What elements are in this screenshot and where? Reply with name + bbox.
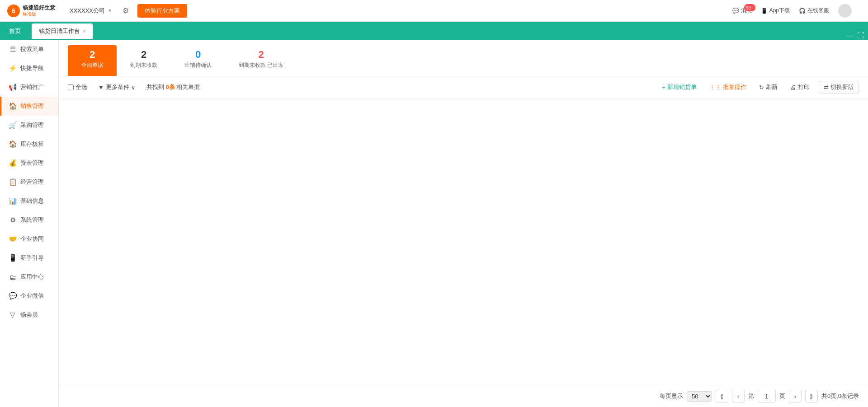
message-icon: 💬 [732,8,739,14]
logo-title: 畅捷通好生意 [23,5,55,11]
content-area: 2 全部单据 2 到期未收款 0 旺辅待确认 2 到期未收款 已出库 全选 [59,40,868,407]
operations-icon: 📋 [9,178,17,186]
tab-bar: 首页 钱货日清工作台 × — ⛶ [0,22,868,40]
batch-label: 批量操作 [723,83,746,91]
marketing-icon: 📢 [9,83,17,91]
online-service-btn[interactable]: 🎧 在线客服 [799,7,829,14]
sidebar-item-finance[interactable]: 💰 资金管理 [0,154,58,173]
first-page-btn[interactable]: ⟪ [716,390,728,402]
message-badge: 99+ [744,4,755,11]
tab-maximize-icon[interactable]: ⛶ [857,32,864,40]
sidebar-item-label-purchase-mgmt: 采购管理 [20,121,44,129]
base-info-icon: 📊 [9,197,17,205]
chevron-down-icon: ▼ [108,8,112,13]
sidebar-item-label-app-center: 应用中心 [20,273,44,281]
logo-area: 6 畅捷通好生意 标准版 [7,5,66,17]
finance-icon: 💰 [9,159,17,167]
sidebar-item-label-search-menu: 搜索菜单 [20,45,44,53]
sidebar-item-app-center[interactable]: 🗂 应用中心 [0,267,58,286]
prev-page-btn[interactable]: ‹ [732,390,745,402]
filter-btn[interactable]: ▼ 更多条件 ∨ [94,81,139,93]
stat-overdue-unshipped-label: 到期未收款 已出库 [239,61,283,69]
sidebar-item-inventory[interactable]: 🏠 库存核算 [0,135,58,154]
filter-label: 更多条件 [106,83,129,91]
switch-label: 切换新版 [830,83,854,91]
sidebar-item-enterprise-wechat[interactable]: 💬 企业微信 [0,286,58,305]
add-sales-order-btn[interactable]: + 新增销货单 [658,81,700,93]
print-btn[interactable]: 🖨 打印 [787,81,813,93]
stat-tab-overdue-unpaid[interactable]: 2 到期未收款 [117,45,171,76]
sys-mgmt-icon: ⚙ [9,216,17,224]
message-btn[interactable]: 💬 消息 99+ [732,7,752,14]
sidebar-item-label-finance: 资金管理 [20,159,44,167]
logo-icon: 6 [7,5,20,17]
stat-overdue-unshipped-number: 2 [259,49,264,61]
tab-minimize-icon[interactable]: — [846,32,854,40]
page-label: 第 [748,392,754,400]
settings-button[interactable]: ⚙ [119,5,132,17]
batch-icon: ⋮⋮ [709,84,721,91]
sidebar-item-search-menu[interactable]: ☰ 搜索菜单 [0,40,58,59]
sidebar-item-purchase-mgmt[interactable]: 🛒 采购管理 [0,116,58,135]
sidebar-item-label-marketing: 营销推广 [20,83,44,91]
app-download-icon: 📱 [761,8,768,14]
batch-operation-btn[interactable]: ⋮⋮ 批量操作 [706,81,750,93]
sidebar-item-label-enterprise-coop: 企业协同 [20,235,44,243]
switch-version-btn[interactable]: ⇄ 切换新版 [819,81,859,94]
select-all-input[interactable] [68,84,74,90]
sidebar-item-label-operations: 经营管理 [20,178,44,186]
stat-tab-overdue-unshipped[interactable]: 2 到期未收款 已出库 [225,45,297,76]
headphone-icon: 🎧 [799,8,806,14]
sidebar-item-enterprise-coop[interactable]: 🤝 企业协同 [0,229,58,248]
sidebar-item-base-info[interactable]: 📊 基础信息 [0,192,58,211]
sidebar-item-vip[interactable]: ▽ 畅会员 [0,305,58,324]
sidebar-item-label-sys-mgmt: 系统管理 [20,216,44,224]
purchase-mgmt-icon: 🛒 [9,121,17,129]
experience-btn[interactable]: 体验行业方案 [137,4,187,18]
enterprise-coop-icon: 🤝 [9,235,17,243]
sidebar-item-sys-mgmt[interactable]: ⚙ 系统管理 [0,211,58,229]
quick-nav-icon: ⚡ [9,64,17,72]
add-icon: + [662,84,665,91]
stat-all-label: 全部单据 [81,61,103,69]
select-all-label: 全选 [75,83,87,91]
app-download-btn[interactable]: 📱 App下载 [761,7,790,14]
toolbar-right: + 新增销货单 ⋮⋮ 批量操作 ↻ 刷新 🖨 打印 ⇄ 切换新版 [658,81,859,94]
sidebar-item-label-enterprise-wechat: 企业微信 [20,292,44,300]
per-page-select[interactable]: 50 10 20 100 [687,391,712,402]
select-all-checkbox[interactable]: 全选 [68,83,87,91]
sales-mgmt-icon: 🏠 [9,102,17,110]
sidebar-item-operations[interactable]: 📋 经营管理 [0,173,58,192]
inventory-icon: 🏠 [9,140,17,148]
vip-icon: ▽ [9,311,17,319]
stat-pending-confirm-number: 0 [195,49,201,61]
refresh-label: 刷新 [766,83,778,91]
company-name: XXXXXX公司 [70,7,105,15]
company-selector[interactable]: XXXXXX公司 ▼ [66,5,116,17]
tab-home[interactable]: 首页 [0,23,30,40]
page-suffix: 页 [779,392,785,400]
tab-close-icon[interactable]: × [83,28,85,34]
sidebar-item-quick-nav[interactable]: ⚡ 快捷导航 [0,59,58,78]
next-page-btn[interactable]: › [789,390,802,402]
sidebar-item-label-quick-nav: 快捷导航 [20,64,44,72]
tab-active[interactable]: 钱货日清工作台 × [32,23,93,40]
add-sales-order-label: 新增销货单 [667,83,697,91]
sidebar-item-guide[interactable]: 📱 新手引导 [0,248,58,267]
tab-bar-right: — ⛶ [846,32,868,40]
app-center-icon: 🗂 [9,273,17,281]
stat-overdue-unpaid-label: 到期未收款 [130,61,157,69]
sidebar-item-sales-mgmt[interactable]: 🏠 销售管理 [0,97,58,116]
main-layout: ☰ 搜索菜单 ⚡ 快捷导航 📢 营销推广 🏠 销售管理 🛒 采购管理 🏠 库存核… [0,40,868,407]
switch-icon: ⇄ [824,84,829,91]
sidebar-item-marketing[interactable]: 📢 营销推广 [0,78,58,97]
last-page-btn[interactable]: ⟫ [805,390,818,402]
stat-tab-all[interactable]: 2 全部单据 [68,45,117,76]
refresh-btn[interactable]: ↻ 刷新 [755,81,781,93]
toolbar: 全选 ▼ 更多条件 ∨ 共找到 0条 相关单据 + 新增销货单 ⋮⋮ 批量操作 [59,76,868,98]
page-input[interactable] [758,390,776,402]
app-download-label: App下载 [769,7,790,14]
stat-tab-pending-confirm[interactable]: 0 旺辅待确认 [171,45,225,76]
avatar[interactable] [838,4,852,18]
sidebar-item-label-inventory: 库存核算 [20,140,44,148]
